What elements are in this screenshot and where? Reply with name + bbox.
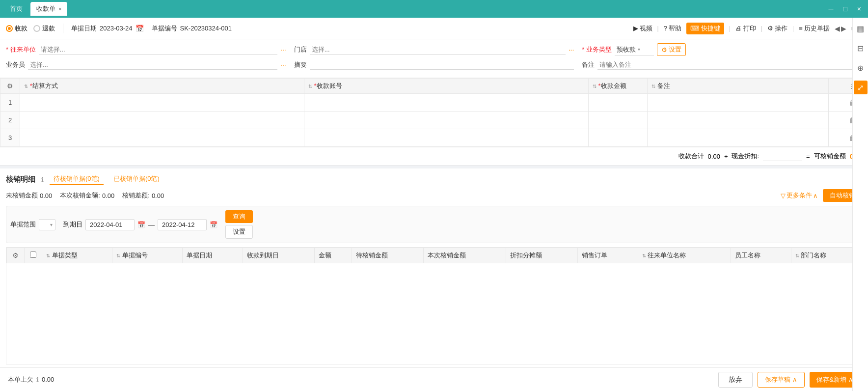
draft-arrow-icon: ∧: [792, 376, 797, 383]
abandon-btn[interactable]: 放弃: [718, 372, 753, 388]
sidebar-print-icon[interactable]: ⊟: [854, 41, 868, 55]
form-row-2: 业务员 ··· 摘要 备注: [6, 60, 862, 70]
due-date-field: 到期日 📅 — 📅: [63, 219, 217, 230]
print-icon: 🖨: [735, 25, 742, 32]
tab-bar: 首页 收款单 × ─ □ ×: [0, 0, 868, 18]
th-partner-name: ⇅ 往来单位名称: [638, 248, 731, 263]
partner-input[interactable]: [39, 45, 277, 55]
table-row: 1 🗑 ⧉: [0, 94, 868, 112]
radio-tuikuan-circle: [33, 25, 40, 32]
equals-sign: =: [806, 153, 810, 160]
num-label: 单据编号: [152, 24, 177, 33]
table-gear-icon[interactable]: ⚙: [7, 82, 13, 90]
sidebar-table-icon[interactable]: ▦: [854, 22, 868, 35]
entry-label: 本单上欠: [8, 375, 33, 384]
total-value: 0.00: [708, 153, 720, 160]
bottom-gear-icon[interactable]: ⚙: [12, 251, 19, 259]
date-label: 单据日期: [71, 24, 97, 33]
staff-more-btn[interactable]: ···: [280, 61, 286, 69]
staff-label: 业务员: [6, 60, 25, 69]
gear-icon: ⚙: [661, 46, 667, 54]
next-arrow[interactable]: ▶: [841, 25, 846, 32]
radio-shoukuan[interactable]: 收款: [6, 24, 27, 33]
entry-info-icon[interactable]: ℹ: [36, 376, 39, 383]
due-label: 到期日: [63, 220, 82, 229]
search-btn-group: 查询 设置: [225, 210, 253, 239]
query-btn[interactable]: 查询: [225, 210, 253, 223]
staff-input[interactable]: [28, 60, 277, 70]
hx-tab-pending[interactable]: 待核销单据(0笔): [50, 173, 104, 185]
store-more-btn[interactable]: ···: [569, 46, 574, 54]
prev-arrow[interactable]: ◀: [835, 25, 840, 32]
summary-field: 摘要: [294, 60, 574, 70]
total-label: 收款合计: [678, 152, 704, 161]
biz-type-select[interactable]: 预收款 ▾: [615, 44, 654, 56]
note-input[interactable]: [597, 60, 862, 70]
divider-1: [63, 24, 63, 33]
minimize-btn[interactable]: ─: [825, 4, 836, 14]
footer-left: 本单上欠 ℹ 0.00: [8, 375, 54, 384]
help-icon: ?: [664, 25, 667, 32]
help-link[interactable]: ? 帮助: [664, 24, 681, 33]
hx-title: 核销明细: [6, 175, 35, 184]
save-draft-btn[interactable]: 保存草稿 ∧: [758, 372, 805, 388]
right-sidebar: ▦ ⊟ ⊕ ⤢: [852, 18, 868, 391]
sidebar-expand-icon[interactable]: ⤢: [854, 81, 868, 94]
chevron-up-icon: ∧: [813, 192, 818, 199]
partner-more-btn[interactable]: ···: [280, 46, 286, 54]
staff-field: 业务员 ···: [6, 60, 286, 70]
th-note: ⇅ 备注: [647, 79, 828, 94]
summary-input[interactable]: [310, 60, 574, 70]
discount-input[interactable]: [763, 151, 802, 161]
range-select-wrapper: [39, 219, 55, 230]
toolbar-right: ▶ 视频 | ? 帮助 ⌨ 快捷键 | 🖨 打印 | ⚙ 操作 |: [633, 23, 863, 34]
more-conditions-link[interactable]: ▽ 更多条件 ∧: [781, 191, 818, 200]
cal-icon-2[interactable]: 📅: [210, 221, 217, 228]
close-btn[interactable]: ×: [854, 4, 864, 14]
range-label: 单据范围: [10, 220, 36, 229]
th-account: ⇅ *收款账号: [304, 79, 588, 94]
date-field: 单据日期 2023-03-24 📅: [71, 24, 144, 33]
bottom-table-container[interactable]: ⚙ ⇅ 单据类型 ⇅ 单据编号 单据日期: [6, 247, 862, 364]
tab-receipt[interactable]: 收款单 ×: [30, 2, 67, 16]
date-from-input[interactable]: [85, 219, 135, 230]
shortcut-btn[interactable]: ⌨ 快捷键: [686, 23, 724, 34]
video-link[interactable]: ▶ 视频: [633, 24, 652, 33]
num-field: 单据编号 SK-20230324-001: [152, 24, 232, 33]
maximize-btn[interactable]: □: [840, 4, 850, 14]
history-link[interactable]: ≡ 历史单据: [799, 24, 830, 33]
current-stat: 本次核销金额: 0.00: [60, 191, 114, 200]
date-to-input[interactable]: [158, 219, 207, 230]
date-range-sep: —: [148, 221, 155, 228]
radio-shoukuan-circle: [6, 25, 13, 32]
cal-icon-1[interactable]: 📅: [137, 221, 145, 228]
window-controls: ─ □ ×: [825, 4, 864, 14]
biz-type-arrow: ▾: [638, 47, 640, 52]
partner-label: * 往来单位: [6, 45, 36, 54]
receipt-table: ⚙ ⇅ *结算方式 ⇅ *收款账号 ⇅ *收款金额 ⇅: [0, 78, 868, 147]
date-calendar-icon[interactable]: 📅: [136, 25, 144, 32]
biz-settings-btn[interactable]: ⚙ 设置: [657, 43, 686, 56]
th-settle-method: ⇅ *结算方式: [20, 79, 304, 94]
hx-tab-done[interactable]: 已核销单据(0笔): [109, 173, 163, 185]
ops-icon: ⚙: [767, 25, 773, 32]
unchecked-stat: 未核销金额 0.00: [6, 191, 52, 200]
store-input[interactable]: [310, 45, 566, 55]
th-doc-type: ⇅ 单据类型: [42, 248, 112, 263]
table-row: 3 🗑 ⧉: [0, 129, 868, 147]
ops-link[interactable]: ⚙ 操作: [767, 24, 787, 33]
tab-close-icon[interactable]: ×: [58, 6, 61, 12]
table-row: 2 🗑 ⧉: [0, 112, 868, 129]
bottom-table: ⚙ ⇅ 单据类型 ⇅ 单据编号 单据日期: [6, 248, 862, 263]
note-field: 备注: [582, 60, 862, 70]
hx-settings-btn[interactable]: 设置: [225, 225, 253, 239]
print-link[interactable]: 🖨 打印: [735, 24, 756, 33]
hx-info-icon[interactable]: ℹ: [41, 176, 44, 183]
select-all-checkbox[interactable]: [30, 251, 36, 258]
radio-tuikuan[interactable]: 退款: [33, 24, 55, 33]
tab-home[interactable]: 首页: [4, 2, 28, 16]
plus-sign: +: [724, 153, 728, 160]
sidebar-attach-icon[interactable]: ⊕: [854, 61, 868, 75]
form-area: * 往来单位 ··· 门店 ··· * 业务类型 预收款 ▾ ⚙ 设置: [0, 39, 868, 78]
range-select[interactable]: [39, 219, 55, 230]
